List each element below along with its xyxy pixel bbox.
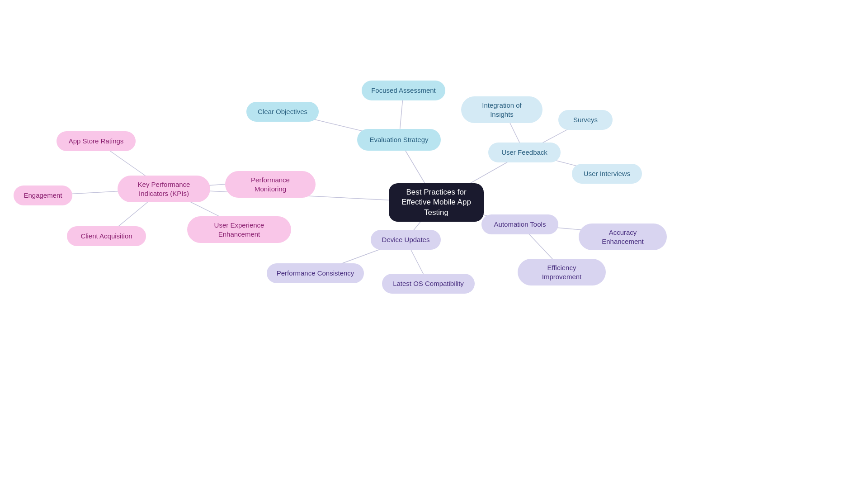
integration-of-insights-node[interactable]: Integration of Insights <box>461 96 542 123</box>
performance-monitoring-node[interactable]: Performance Monitoring <box>225 171 316 198</box>
engagement-node[interactable]: Engagement <box>14 186 72 205</box>
performance-consistency-node[interactable]: Performance Consistency <box>267 263 364 283</box>
user-feedback-node[interactable]: User Feedback <box>488 143 561 162</box>
app-store-ratings-node[interactable]: App Store Ratings <box>57 131 136 151</box>
user-interviews-node[interactable]: User Interviews <box>572 164 642 184</box>
center-node[interactable]: Best Practices for Effective Mobile App … <box>389 183 484 222</box>
clear-objectives-node[interactable]: Clear Objectives <box>246 102 319 122</box>
automation-tools-node[interactable]: Automation Tools <box>481 214 558 234</box>
surveys-node[interactable]: Surveys <box>558 110 613 130</box>
accuracy-enhancement-node[interactable]: Accuracy Enhancement <box>579 224 667 250</box>
latest-os-node[interactable]: Latest OS Compatibility <box>382 274 475 294</box>
kpi-node[interactable]: Key Performance Indicators (KPIs) <box>118 176 210 202</box>
client-acquisition-node[interactable]: Client Acquisition <box>67 226 146 246</box>
focused-assessment-node[interactable]: Focused Assessment <box>362 81 445 100</box>
efficiency-improvement-node[interactable]: Efficiency Improvement <box>518 259 606 285</box>
user-experience-node[interactable]: User Experience Enhancement <box>187 216 291 243</box>
evaluation-strategy-node[interactable]: Evaluation Strategy <box>357 129 441 151</box>
device-updates-node[interactable]: Device Updates <box>371 230 441 250</box>
